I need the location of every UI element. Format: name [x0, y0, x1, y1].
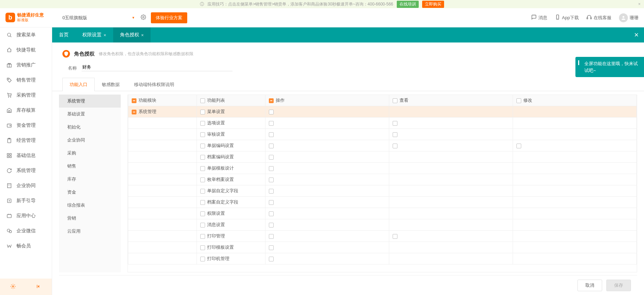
category-3[interactable]: 企业协同 — [59, 134, 121, 147]
op-checkbox[interactable] — [269, 110, 274, 114]
save-button[interactable]: 保存 — [606, 280, 631, 291]
perm-checkbox[interactable] — [393, 234, 397, 239]
row-func-checkbox[interactable] — [200, 245, 205, 250]
sidebar-item-0[interactable]: 搜索菜单 — [0, 27, 52, 42]
subtab-0[interactable]: 功能入口 — [62, 78, 95, 91]
sidebar-item-14[interactable]: 畅会员 — [0, 238, 52, 254]
perm-checkbox[interactable] — [393, 121, 397, 126]
promo-train-button[interactable]: 在线培训 — [397, 1, 419, 8]
row-func-checkbox[interactable] — [200, 234, 205, 239]
perm-checkbox[interactable] — [269, 223, 274, 228]
category-9[interactable]: 营销 — [59, 212, 121, 225]
user-menu[interactable]: 珊珊 — [619, 13, 639, 22]
row-func-checkbox[interactable] — [200, 121, 205, 126]
experience-button[interactable]: 体验行业方案 — [151, 12, 187, 23]
category-2[interactable]: 初始化 — [59, 121, 121, 134]
sidebar-item-13[interactable]: 企业微信 — [0, 223, 52, 238]
perm-checkbox[interactable] — [269, 200, 274, 205]
row-func-checkbox[interactable] — [200, 132, 205, 137]
tab-2[interactable]: 角色授权× — [113, 27, 151, 42]
svg-rect-34 — [37, 285, 37, 288]
category-5[interactable]: 销售 — [59, 160, 121, 173]
category-6[interactable]: 库存 — [59, 173, 121, 186]
category-1[interactable]: 基础设置 — [59, 108, 121, 121]
sidebar-item-6[interactable]: 资金管理 — [0, 118, 52, 133]
header-checkbox[interactable] — [200, 98, 205, 103]
fullscreen-tip[interactable]: 全屏功能在这里哦，快来试试吧~ — [575, 57, 644, 77]
category-4[interactable]: 采购 — [59, 147, 121, 160]
category-10[interactable]: 云应用 — [59, 225, 121, 238]
row-func-checkbox[interactable] — [200, 189, 205, 194]
row-func-checkbox[interactable] — [200, 177, 205, 182]
sidebar-item-7[interactable]: 经营管理 — [0, 133, 52, 148]
row-func-checkbox[interactable] — [200, 257, 205, 261]
header-checkbox[interactable] — [393, 98, 397, 103]
perm-checkbox[interactable] — [269, 155, 274, 160]
close-all-tabs[interactable]: × — [629, 27, 644, 42]
category-8[interactable]: 综合报表 — [59, 199, 121, 212]
sidebar-item-3[interactable]: 销售管理 — [0, 73, 52, 88]
svg-rect-20 — [7, 156, 9, 158]
section-checkbox[interactable] — [132, 110, 136, 114]
perm-checkbox[interactable] — [269, 189, 274, 194]
perm-checkbox[interactable] — [269, 144, 274, 148]
support-link[interactable]: 在线客服 — [586, 14, 611, 21]
row-func-checkbox[interactable] — [200, 155, 205, 160]
col-header-3: 查看 — [389, 95, 513, 106]
perm-checkbox[interactable] — [269, 211, 274, 216]
perm-checkbox[interactable] — [269, 132, 274, 137]
row-func-checkbox[interactable] — [200, 211, 205, 216]
sidebar-item-12[interactable]: 应用中心 — [0, 208, 52, 223]
logo[interactable]: b 畅捷通好生意 标准版 — [5, 13, 52, 23]
sidebar-item-10[interactable]: 企业协同 — [0, 178, 52, 193]
row-func-checkbox[interactable] — [200, 166, 205, 171]
settings-gear-icon[interactable] — [10, 284, 16, 290]
svg-point-10 — [8, 79, 9, 79]
perm-checkbox[interactable] — [269, 234, 274, 239]
perm-checkbox[interactable] — [269, 245, 274, 250]
messages-link[interactable]: 消息 — [531, 14, 547, 21]
subtab-2[interactable]: 移动端特殊权限说明 — [127, 78, 181, 91]
subtab-1[interactable]: 敏感数据 — [95, 78, 127, 91]
tab-close-icon[interactable]: × — [141, 33, 144, 38]
category-7[interactable]: 资金 — [59, 186, 121, 199]
col-header-0: 功能模块 — [128, 95, 197, 106]
org-selector[interactable]: 0五组旗舰版 ▾ — [59, 12, 138, 23]
header-checkbox[interactable] — [132, 98, 136, 103]
cancel-button[interactable]: 取消 — [577, 280, 602, 291]
sidebar-item-11[interactable]: 新手引导 — [0, 193, 52, 208]
category-0[interactable]: 系统管理 — [59, 95, 121, 108]
tab-close-icon[interactable]: × — [104, 33, 106, 38]
settings-icon[interactable] — [141, 14, 146, 21]
sidebar-item-1[interactable]: 快捷导航 — [0, 42, 52, 58]
sidebar-item-4[interactable]: 采购管理 — [0, 88, 52, 103]
func-checkbox[interactable] — [200, 110, 205, 114]
perm-checkbox[interactable] — [516, 144, 521, 148]
perm-checkbox[interactable] — [269, 121, 274, 126]
promo-close-icon[interactable]: × — [638, 2, 641, 7]
svg-rect-22 — [8, 184, 11, 188]
row-func-checkbox[interactable] — [200, 200, 205, 205]
perm-checkbox[interactable] — [393, 144, 397, 148]
sidebar-item-8[interactable]: 基础信息 — [0, 148, 52, 163]
name-input[interactable] — [82, 63, 232, 71]
perm-checkbox[interactable] — [269, 177, 274, 182]
page-header: 角色授权 修改角色权限，包含该角色功能权限和敏感数据权限 — [52, 42, 644, 61]
tab-0[interactable]: 首页 — [52, 27, 75, 42]
message-icon — [531, 14, 537, 21]
row-func-checkbox[interactable] — [200, 144, 205, 148]
sidebar-item-5[interactable]: 库存核算 — [0, 103, 52, 118]
perm-checkbox[interactable] — [269, 257, 274, 261]
row-func-checkbox[interactable] — [200, 223, 205, 228]
sidebar-item-2[interactable]: 营销推广 — [0, 58, 52, 73]
corp-icon — [6, 183, 12, 189]
header-checkbox[interactable] — [269, 98, 274, 103]
sidebar-item-9[interactable]: 系统管理 — [0, 163, 52, 178]
tab-1[interactable]: 权限设置× — [75, 27, 113, 42]
promo-buy-button[interactable]: 立即购买 — [422, 1, 444, 8]
app-download-link[interactable]: App下载 — [555, 14, 579, 21]
header-checkbox[interactable] — [516, 98, 521, 103]
perm-checkbox[interactable] — [269, 166, 274, 171]
perm-checkbox[interactable] — [393, 132, 397, 137]
collapse-icon[interactable] — [36, 284, 41, 290]
